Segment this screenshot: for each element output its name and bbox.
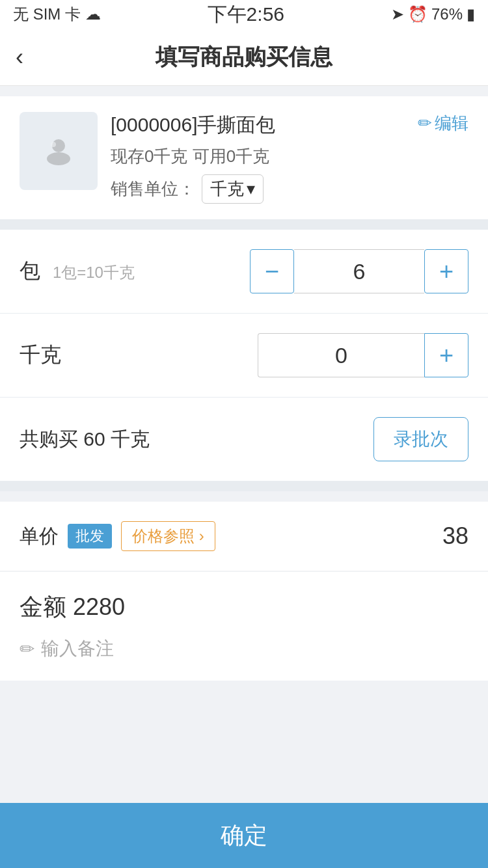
divider-2 (0, 481, 488, 491)
price-tag: 批发 (68, 524, 112, 549)
bottom-padding (0, 681, 488, 759)
alarm-icon: ⏰ (408, 5, 427, 23)
product-card: [0000006]手撕面包 现存0千克 可用0千克 销售单位： 千克 ▾ ✏ 编… (0, 96, 488, 219)
bag-minus-button[interactable]: − (250, 249, 294, 293)
remark-row[interactable]: ✏ 输入备注 (20, 636, 468, 661)
product-info: [0000006]手撕面包 现存0千克 可用0千克 销售单位： 千克 ▾ (111, 112, 468, 204)
unit-value: 千克 (210, 178, 244, 200)
summary-text: 共购买 60 千克 (20, 426, 150, 453)
bag-label-group: 包 1包=10千克 (20, 257, 250, 286)
quantity-section: 包 1包=10千克 − + 千克 + (0, 230, 488, 398)
unit-dropdown-icon: ▾ (247, 179, 255, 199)
unit-select[interactable]: 千克 ▾ (202, 174, 264, 204)
page-title: 填写商品购买信息 (156, 42, 332, 72)
bag-quantity-input[interactable] (294, 249, 424, 293)
price-section: 单价 批发 价格参照 › 38 (0, 502, 488, 571)
nav-bar: ‹ 填写商品购买信息 (0, 29, 488, 86)
record-batch-button[interactable]: 录批次 (373, 417, 468, 461)
bag-hint: 1包=10千克 (53, 264, 135, 281)
remark-icon: ✏ (20, 638, 34, 660)
sim-label: 无 SIM 卡 ☁ (13, 4, 101, 25)
amount-row: 金额 2280 (20, 591, 468, 623)
kg-controls: + (258, 333, 468, 377)
kg-row: 千克 + (0, 314, 488, 398)
bag-label: 包 (20, 259, 40, 282)
product-unit-row: 销售单位： 千克 ▾ (111, 174, 468, 204)
battery-label: 76% (431, 5, 463, 23)
unit-label: 销售单位： (111, 178, 195, 200)
amount-section: 金额 2280 ✏ 输入备注 (0, 572, 488, 681)
confirm-button[interactable]: 确定 (0, 803, 488, 868)
status-bar: 无 SIM 卡 ☁ 下午2:56 ➤ ⏰ 76% ▮ (0, 0, 488, 29)
battery-icon: ▮ (467, 5, 475, 23)
divider-1 (0, 219, 488, 230)
status-left: 无 SIM 卡 ☁ (13, 4, 101, 25)
price-reference-button[interactable]: 价格参照 › (121, 521, 215, 551)
kg-plus-button[interactable]: + (424, 333, 468, 377)
price-label: 单价 (20, 523, 59, 550)
price-value: 38 (442, 522, 468, 550)
product-name: [0000006]手撕面包 (111, 112, 468, 139)
svg-point-2 (51, 142, 56, 147)
edit-icon: ✏ (418, 113, 432, 133)
svg-point-1 (47, 152, 70, 165)
location-icon: ➤ (391, 5, 404, 23)
status-right: ➤ ⏰ 76% ▮ (391, 5, 475, 23)
remark-placeholder: 输入备注 (41, 636, 114, 661)
price-label-group: 单价 批发 价格参照 › (20, 521, 215, 551)
back-button[interactable]: ‹ (16, 44, 23, 71)
kg-label: 千克 (20, 341, 258, 370)
product-thumbnail-icon (39, 131, 78, 170)
kg-quantity-input[interactable] (258, 333, 424, 377)
bag-controls: − + (250, 249, 468, 293)
bag-row: 包 1包=10千克 − + (0, 230, 488, 314)
edit-label: 编辑 (435, 112, 468, 135)
bag-plus-button[interactable]: + (424, 249, 468, 293)
product-stock: 现存0千克 可用0千克 (111, 145, 468, 168)
edit-button[interactable]: ✏ 编辑 (418, 112, 468, 135)
product-image (20, 112, 98, 190)
summary-row: 共购买 60 千克 录批次 (0, 398, 488, 481)
amount-label: 金额 2280 (20, 593, 125, 620)
status-time: 下午2:56 (208, 1, 284, 28)
